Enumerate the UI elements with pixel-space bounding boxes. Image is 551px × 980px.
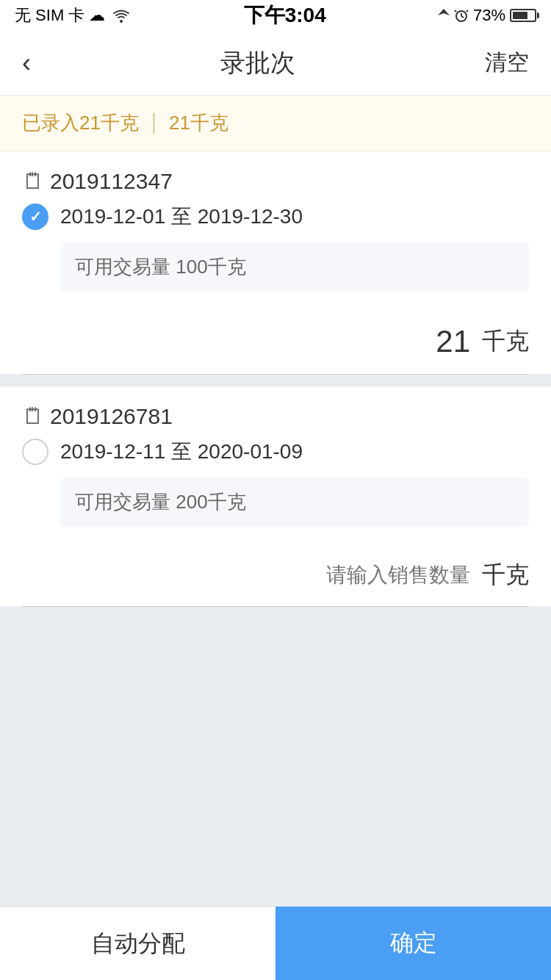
batch-date-2: 2019-12-11 至 2020-01-09 xyxy=(60,438,303,466)
battery-indicator xyxy=(510,9,536,22)
svg-line-5 xyxy=(467,10,468,12)
quantity-unit-1: 千克 xyxy=(482,325,529,358)
summary-recorded-label: 已录入21千克 xyxy=(22,110,139,136)
page-title: 录批次 xyxy=(220,46,295,80)
batch-date-row-1[interactable]: 2019-12-01 至 2019-12-30 xyxy=(22,203,529,231)
location-icon xyxy=(438,9,450,22)
bottom-bar: 自动分配 确定 xyxy=(0,907,551,980)
quantity-unit-2: 千克 xyxy=(482,559,529,591)
quantity-row-2: 千克 xyxy=(0,544,551,606)
svg-line-4 xyxy=(455,10,456,12)
summary-value: 21千克 xyxy=(169,110,228,136)
batch-id-1: 2019112347 xyxy=(50,169,173,194)
summary-bar: 已录入21千克 21千克 xyxy=(0,96,551,151)
quantity-row-1: 21 千克 xyxy=(0,309,551,374)
nav-bar: ‹ 录批次 清空 xyxy=(0,31,551,96)
svg-point-0 xyxy=(120,20,123,23)
no-sim-text: 无 SIM 卡 ☁ xyxy=(15,4,105,26)
confirm-button[interactable]: 确定 xyxy=(276,907,551,980)
quantity-input-wrap-2[interactable] xyxy=(22,563,470,587)
status-bar-left: 无 SIM 卡 ☁ xyxy=(15,4,132,26)
status-bar: 无 SIM 卡 ☁ 下午3:04 73% xyxy=(0,0,551,31)
batch-id-row-1: 🗒 2019112347 xyxy=(22,169,529,194)
batch-id-2: 2019126781 xyxy=(50,404,173,429)
batch-item-2: 🗒 2019126781 2019-12-11 至 2020-01-09 可用交… xyxy=(0,386,551,544)
svg-line-3 xyxy=(461,16,464,18)
quantity-input-wrap-1: 21 xyxy=(22,324,470,359)
bottom-blank-area xyxy=(0,607,551,945)
section-separator xyxy=(0,375,551,386)
auto-distribute-button[interactable]: 自动分配 xyxy=(0,907,276,980)
status-bar-time: 下午3:04 xyxy=(244,1,326,29)
batch-available-2: 可用交易量 200千克 xyxy=(60,478,529,527)
doc-icon-2: 🗒 xyxy=(22,404,44,429)
quantity-value-1: 21 xyxy=(411,324,470,359)
doc-icon-1: 🗒 xyxy=(22,169,44,194)
radio-checked-1[interactable] xyxy=(22,203,48,230)
clear-button[interactable]: 清空 xyxy=(485,48,529,78)
back-button[interactable]: ‹ xyxy=(22,48,31,79)
batch-item-1: 🗒 2019112347 2019-12-01 至 2019-12-30 可用交… xyxy=(0,151,551,309)
batch-id-row-2: 🗒 2019126781 xyxy=(22,404,529,429)
status-bar-right: 73% xyxy=(438,6,536,25)
batch-date-row-2[interactable]: 2019-12-11 至 2020-01-09 xyxy=(22,438,529,466)
wifi-icon xyxy=(111,7,132,24)
quantity-input-2[interactable] xyxy=(250,563,470,587)
alarm-icon xyxy=(454,8,469,23)
batch-available-1: 可用交易量 100千克 xyxy=(60,242,529,292)
radio-unchecked-2[interactable] xyxy=(22,439,48,465)
batch-date-1: 2019-12-01 至 2019-12-30 xyxy=(60,203,303,231)
summary-divider xyxy=(154,113,154,134)
battery-percent: 73% xyxy=(473,6,505,25)
